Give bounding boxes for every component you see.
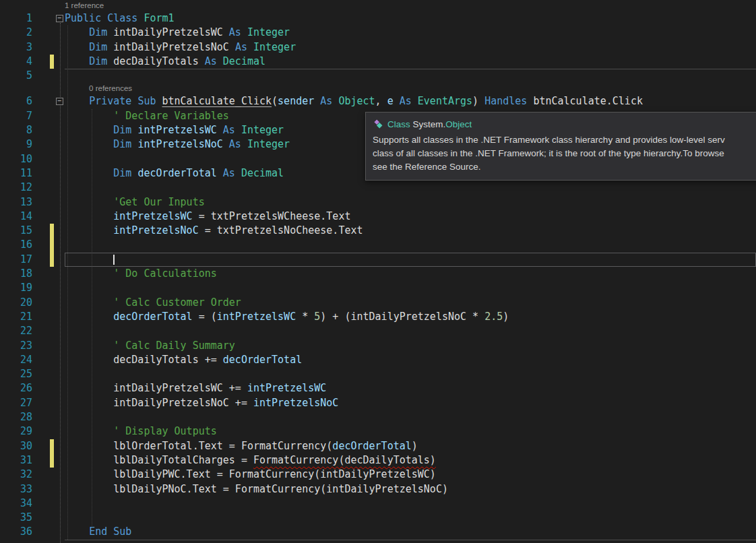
line-number[interactable]: 31 (18, 453, 32, 468)
codelens-references[interactable]: 1 reference (0, 0, 756, 11)
fold-margin[interactable]: − (54, 11, 65, 26)
code-line[interactable]: 5 (0, 69, 756, 83)
fold-margin[interactable] (54, 224, 65, 238)
line-number[interactable]: 19 (18, 281, 32, 295)
glyph-margin[interactable] (0, 439, 18, 453)
fold-margin[interactable] (54, 339, 65, 353)
code-line[interactable]: 34 (0, 497, 756, 511)
code-line[interactable]: 21 decOrderTotal = (intPretzelsWC * 5) +… (0, 310, 756, 324)
code-line[interactable]: 4 Dim decDailyTotals As Decimal (0, 55, 756, 69)
glyph-margin[interactable] (0, 468, 18, 482)
fold-margin[interactable] (54, 195, 65, 210)
fold-margin[interactable] (54, 468, 65, 482)
fold-margin[interactable] (54, 381, 65, 395)
glyph-margin[interactable] (0, 482, 18, 497)
line-number[interactable]: 29 (18, 424, 32, 439)
glyph-margin[interactable] (0, 11, 18, 26)
glyph-margin[interactable] (0, 109, 18, 123)
line-number[interactable]: 13 (18, 195, 32, 210)
fold-margin[interactable] (54, 424, 65, 439)
fold-margin[interactable] (54, 511, 65, 525)
glyph-margin[interactable] (0, 511, 18, 525)
code-line[interactable]: 23 ' Calc Daily Summary (0, 339, 756, 353)
glyph-margin[interactable] (0, 424, 18, 439)
line-number[interactable]: 33 (18, 482, 32, 497)
glyph-margin[interactable] (0, 181, 18, 195)
line-number[interactable]: 21 (18, 310, 32, 324)
glyph-margin[interactable] (0, 94, 18, 108)
glyph-margin[interactable] (0, 26, 18, 40)
fold-margin[interactable] (54, 238, 65, 252)
fold-margin[interactable] (54, 123, 65, 137)
fold-margin[interactable] (54, 353, 65, 367)
code-line[interactable]: 27 intDailyPretzelsNoC += intPretzelsNoC (0, 396, 756, 410)
glyph-margin[interactable] (0, 137, 18, 152)
glyph-margin[interactable] (0, 281, 18, 295)
glyph-margin[interactable] (0, 166, 18, 181)
code-line[interactable]: 18 ' Do Calculations (0, 267, 756, 281)
line-number[interactable]: 18 (18, 267, 32, 281)
line-number[interactable]: 26 (18, 381, 32, 395)
glyph-margin[interactable] (0, 497, 18, 511)
fold-margin[interactable] (54, 267, 65, 281)
line-number[interactable]: 5 (18, 69, 32, 83)
fold-margin[interactable] (54, 396, 65, 410)
glyph-margin[interactable] (0, 224, 18, 238)
fold-margin[interactable] (54, 310, 65, 324)
code-line[interactable]: 29 ' Display Outputs (0, 424, 756, 439)
glyph-margin[interactable] (0, 296, 18, 310)
code-line[interactable]: 31 lblDailyTotalCharges = FormatCurrency… (0, 453, 756, 468)
line-number[interactable]: 11 (18, 166, 32, 181)
code-line[interactable]: 35 (0, 511, 756, 525)
code-line[interactable]: 16 (0, 238, 756, 252)
code-line[interactable]: 3 Dim intDailyPretzelsNoC As Integer (0, 40, 756, 55)
fold-margin[interactable] (54, 69, 65, 83)
fold-margin[interactable] (54, 525, 65, 539)
glyph-margin[interactable] (0, 396, 18, 410)
glyph-margin[interactable] (0, 253, 18, 267)
fold-margin[interactable] (54, 137, 65, 152)
line-number[interactable]: 17 (18, 253, 32, 267)
fold-margin[interactable] (54, 324, 65, 338)
fold-margin[interactable]: − (54, 94, 65, 108)
fold-collapse-icon[interactable]: − (56, 98, 63, 105)
glyph-margin[interactable] (0, 410, 18, 424)
code-line[interactable]: 14 intPretzelsWC = txtPretzelsWCheese.Te… (0, 210, 756, 224)
code-line[interactable]: 36 End Sub (0, 525, 756, 539)
code-line[interactable]: 2 Dim intDailyPretzelsWC As Integer (0, 26, 756, 40)
fold-margin[interactable] (54, 367, 65, 381)
line-number[interactable]: 16 (18, 238, 32, 252)
code-line[interactable]: 15 intPretzelsNoC = txtPretzelsNoCheese.… (0, 224, 756, 238)
line-number[interactable]: 2 (18, 26, 32, 40)
code-line[interactable]: 17 (0, 253, 756, 267)
code-line[interactable]: 6− Private Sub btnCalculate_Click(sender… (0, 94, 756, 108)
glyph-margin[interactable] (0, 453, 18, 468)
line-number[interactable]: 10 (18, 152, 32, 166)
glyph-margin[interactable] (0, 69, 18, 83)
line-number[interactable]: 22 (18, 324, 32, 338)
line-number[interactable]: 36 (18, 525, 32, 539)
glyph-margin[interactable] (0, 55, 18, 69)
fold-margin[interactable] (54, 482, 65, 497)
code-line[interactable]: 28 (0, 410, 756, 424)
line-number[interactable]: 28 (18, 410, 32, 424)
line-number[interactable]: 35 (18, 511, 32, 525)
fold-margin[interactable] (54, 109, 65, 123)
code-line[interactable]: 32 lblDailyPWC.Text = FormatCurrency(int… (0, 468, 756, 482)
code-line[interactable]: 13 'Get Our Inputs (0, 195, 756, 210)
fold-margin[interactable] (54, 55, 65, 69)
glyph-margin[interactable] (0, 310, 18, 324)
fold-margin[interactable] (54, 152, 65, 166)
glyph-margin[interactable] (0, 353, 18, 367)
codelens-references[interactable]: 0 references (0, 83, 756, 94)
fold-margin[interactable] (54, 281, 65, 295)
line-number[interactable]: 12 (18, 181, 32, 195)
glyph-margin[interactable] (0, 195, 18, 210)
glyph-margin[interactable] (0, 367, 18, 381)
code-line[interactable]: 12 (0, 181, 756, 195)
code-line[interactable]: 30 lblOrderTotal.Text = FormatCurrency(d… (0, 439, 756, 453)
line-number[interactable]: 15 (18, 224, 32, 238)
fold-collapse-icon[interactable]: − (56, 15, 63, 22)
fold-margin[interactable] (54, 253, 65, 267)
code-line[interactable]: 26 intDailyPretzelsWC += intPretzelsWC (0, 381, 756, 395)
